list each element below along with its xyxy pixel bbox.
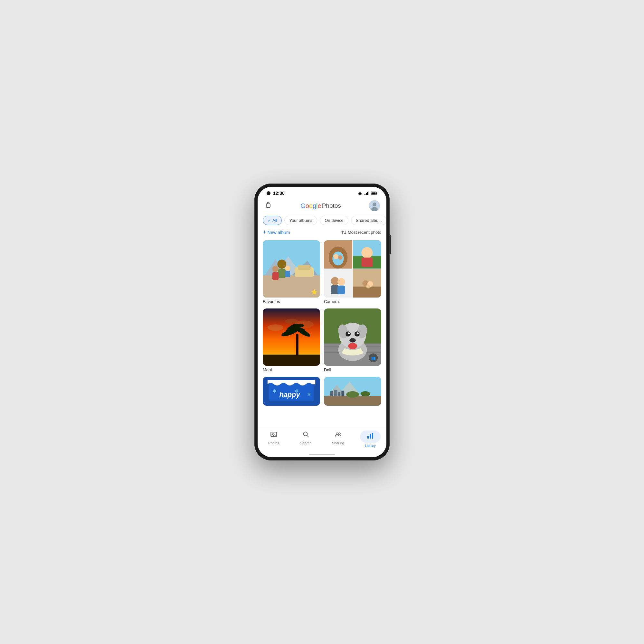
album-thumb-dali: 👥: [324, 308, 381, 366]
album-name-favorites: Favorites: [263, 299, 320, 305]
svg-point-30: [333, 254, 338, 259]
logo-photos-text: Photos: [322, 202, 341, 209]
svg-text:happy: happy: [279, 391, 300, 399]
svg-point-12: [373, 203, 376, 206]
svg-rect-86: [334, 390, 337, 396]
svg-point-69: [357, 332, 359, 334]
album-name-camera: Camera: [324, 299, 381, 305]
maui-photo: [263, 308, 320, 366]
album-name-maui: Maui: [263, 367, 320, 373]
top-bar: Google Photos: [258, 198, 386, 214]
cam-photo-2: [353, 240, 381, 269]
chip-shared-albums[interactable]: Shared albu...: [351, 216, 386, 225]
svg-rect-8: [377, 193, 377, 194]
shop-icon[interactable]: [264, 201, 272, 211]
status-time: 12:30: [273, 191, 285, 196]
photos-icon: [270, 431, 278, 440]
svg-point-31: [338, 255, 343, 260]
nav-photos[interactable]: Photos: [258, 431, 290, 448]
album-camera[interactable]: Camera: [324, 240, 381, 305]
svg-rect-6: [368, 191, 369, 195]
album-thumb-happy: ❄ ❄ ❄ ❄ happy: [263, 377, 320, 406]
status-right: [357, 191, 377, 195]
svg-point-21: [277, 260, 286, 269]
svg-point-25: [285, 266, 290, 271]
favorites-photo: ⭐: [263, 240, 320, 298]
svg-rect-4: [366, 193, 367, 195]
nav-sharing[interactable]: Sharing: [322, 431, 354, 448]
bottom-nav: Photos Search: [258, 428, 386, 454]
cam-photo-1: [324, 240, 352, 269]
sharing-icon: [334, 431, 342, 440]
new-album-button[interactable]: + New album: [263, 229, 290, 236]
chip-your-albums-label: Your albums: [289, 218, 312, 223]
svg-point-47: [268, 324, 283, 331]
svg-rect-10: [266, 204, 270, 207]
nav-search[interactable]: Search: [290, 431, 322, 448]
svg-rect-99: [372, 433, 373, 439]
album-thumb-camera: [324, 240, 381, 298]
svg-point-89: [346, 391, 359, 398]
battery-icon: [371, 192, 377, 195]
nav-library[interactable]: Library: [354, 431, 386, 448]
svg-point-70: [349, 338, 356, 343]
album-happy[interactable]: ❄ ❄ ❄ ❄ happy: [263, 377, 320, 406]
album-thumb-city: [324, 377, 381, 406]
dali-photo: 👥: [324, 308, 381, 366]
svg-text:❄: ❄: [272, 388, 277, 394]
svg-point-49: [285, 319, 298, 324]
svg-text:👥: 👥: [371, 356, 376, 360]
albums-grid: ⭐ Favorites: [263, 240, 381, 406]
svg-rect-42: [353, 287, 381, 298]
album-thumb-favorites: ⭐: [263, 240, 320, 298]
google-photos-logo: Google Photos: [300, 202, 341, 210]
svg-point-45: [366, 285, 370, 289]
signal-icon: [365, 191, 369, 195]
album-thumb-maui: [263, 308, 320, 366]
svg-rect-97: [367, 436, 369, 439]
logo-g: G: [300, 202, 306, 210]
action-bar: + New album Most recent photo: [258, 228, 386, 239]
plus-icon: +: [263, 229, 266, 236]
logo-o1: o: [306, 202, 309, 210]
svg-rect-50: [263, 355, 320, 366]
svg-point-92: [272, 433, 273, 434]
camera-dot: [267, 191, 270, 195]
svg-text:❄: ❄: [307, 392, 311, 397]
svg-rect-24: [272, 272, 279, 280]
svg-rect-22: [278, 269, 286, 278]
cam-photo-3: [324, 269, 352, 298]
album-city[interactable]: [324, 377, 381, 406]
svg-line-94: [307, 435, 308, 437]
albums-scroll: ⭐ Favorites: [258, 239, 386, 428]
logo-g2: g: [313, 202, 316, 210]
svg-rect-20: [298, 265, 311, 270]
user-avatar[interactable]: [369, 200, 380, 211]
svg-rect-9: [372, 192, 376, 194]
svg-point-38: [337, 278, 345, 285]
svg-point-71: [348, 343, 357, 349]
svg-rect-98: [370, 434, 371, 439]
svg-rect-88: [341, 391, 344, 396]
happy-photo: ❄ ❄ ❄ ❄ happy: [263, 377, 320, 406]
chip-shared-albums-label: Shared albu...: [356, 218, 382, 223]
chip-on-device[interactable]: On device: [320, 216, 348, 225]
search-icon: [302, 431, 310, 440]
logo-o2: o: [309, 202, 313, 210]
svg-rect-87: [338, 392, 341, 396]
phone-frame: 12:30: [254, 184, 390, 460]
svg-rect-26: [285, 271, 290, 277]
svg-point-95: [336, 433, 338, 435]
svg-rect-85: [330, 391, 333, 396]
phone-screen: 12:30: [258, 187, 386, 457]
chip-your-albums[interactable]: Your albums: [284, 216, 317, 225]
svg-point-34: [361, 247, 373, 259]
album-dali[interactable]: 👥 Dali: [324, 308, 381, 373]
home-indicator: [309, 454, 335, 455]
album-maui[interactable]: Maui: [263, 308, 320, 373]
filter-bar: ✓ All Your albums On device Shared albu.…: [258, 214, 386, 228]
album-favorites[interactable]: ⭐ Favorites: [263, 240, 320, 305]
chip-all[interactable]: ✓ All: [263, 216, 282, 225]
status-left: 12:30: [267, 191, 285, 196]
sort-button[interactable]: Most recent photo: [341, 230, 381, 235]
